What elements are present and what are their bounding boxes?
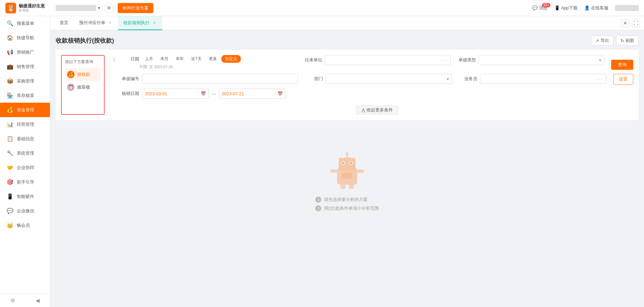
industry-btn[interactable]: 休闲行业方案 [118, 3, 153, 13]
collapse-more-row: ⋀ 收起更多条件 [121, 105, 633, 115]
sidebar-item-enterprise-wechat[interactable]: 💬 企业微信 [0, 204, 50, 218]
sidebar-item-inventory[interactable]: 🏪 库存核算 [0, 88, 50, 103]
settings-btn[interactable]: 设置 [613, 74, 633, 85]
app-download-btn[interactable]: 📱 App下载 [554, 5, 578, 11]
sidebar-item-basic-info[interactable]: 📋 基础信息 [0, 132, 50, 146]
sidebar-label-operations: 经营管理 [17, 121, 34, 127]
tip-num-1: 1 [315, 197, 321, 203]
sidebar-item-marketing[interactable]: 📢 营销推广 [0, 45, 50, 59]
staff-label: 业务员 [459, 76, 477, 82]
verify-date-end-input[interactable]: 📅 [219, 89, 286, 99]
filter-option-by-payable[interactable]: ⏰ 按应收 [65, 81, 101, 94]
verify-date-start-input[interactable]: 📅 [142, 89, 209, 99]
sidebar-item-operations[interactable]: 📊 经营管理 [0, 117, 50, 132]
basic-info-icon: 📋 [7, 136, 13, 142]
sidebar-label-inventory: 库存核算 [17, 93, 34, 99]
filter-panel: 按以下方案查询 💰 按收款 ⏰ 按应收 《 [56, 50, 639, 120]
sidebar-label-quick-nav: 快捷导航 [17, 35, 34, 41]
calendar-icon-end[interactable]: 📅 [277, 91, 283, 96]
dept-field: 部门 ▾ [305, 74, 452, 84]
date-shortcut-7days[interactable]: 近7天 [188, 55, 205, 63]
collapse-more-btn[interactable]: ⋀ 收起更多条件 [356, 105, 398, 115]
logo-area: 🐰 畅捷通好生意 标准版 [5, 3, 56, 13]
collection-tab-close[interactable]: × [152, 20, 157, 25]
query-btn[interactable]: 查询 [611, 60, 633, 70]
page-actions: ↗ 导出 ↻ 刷新 [591, 36, 639, 46]
empty-tips: 1 请先选择要分析的方案 2 用[过滤]条件来缩小分析范围 [315, 197, 379, 211]
messages-badge: 99+ [542, 3, 550, 7]
svg-rect-11 [349, 184, 354, 189]
sidebar-item-quick-nav[interactable]: 🏠 快捷导航 [0, 31, 50, 45]
partner-label: 往来单位 [304, 57, 322, 63]
sidebar-item-sales[interactable]: 💼 销售管理 [0, 59, 50, 74]
date-shortcut-last-month[interactable]: 上月 [142, 55, 156, 63]
tab-home[interactable]: 首页 [54, 16, 74, 30]
verify-date-start-field[interactable] [145, 91, 199, 96]
chevron-up-icon: ⋀ [362, 108, 365, 113]
date-label: 日期 [121, 56, 139, 62]
partner-input[interactable]: ··· [325, 55, 451, 65]
online-service-btn[interactable]: 👤 在线客服 [584, 5, 608, 11]
app-logo-icon: 🐰 [5, 3, 16, 13]
collection-tab-label: 收款核销执行 [123, 20, 150, 26]
gear-button[interactable]: ⚙ [104, 3, 114, 13]
sidebar-item-guide[interactable]: 🎯 新手引导 [0, 175, 50, 189]
sidebar-label-member: 畅会员 [17, 222, 30, 228]
sidebar-item-enterprise-collab[interactable]: 🤝 企业协同 [0, 160, 50, 175]
header-right: 💬 消息 99+ 📱 App下载 👤 在线客服 [532, 5, 639, 11]
sidebar-label-search: 搜索菜单 [17, 20, 34, 27]
company-selector[interactable]: ▾ [56, 5, 100, 11]
empty-tip-1: 1 请先选择要分析的方案 [315, 197, 379, 203]
verify-date-end-field[interactable] [222, 91, 276, 96]
empty-illustration [327, 151, 367, 191]
staff-input[interactable]: ··· [480, 74, 606, 84]
filter-collapse-toggle[interactable]: 《 [109, 55, 117, 65]
calendar-icon-start[interactable]: 📅 [201, 91, 206, 96]
tab-collection[interactable]: 收款核销执行 × [118, 16, 162, 30]
prepay-tab-close[interactable]: × [107, 20, 113, 25]
header-middle: ▾ ⚙ 休闲行业方案 [56, 3, 532, 13]
sidebar-settings-btn[interactable]: ⚙ [10, 297, 15, 304]
sidebar-collapse-btn[interactable]: ◀ [36, 297, 40, 304]
bill-no-input[interactable] [142, 74, 298, 84]
tab-prepay[interactable]: 预付冲应付单 × [74, 16, 118, 30]
date-shortcut-more[interactable]: 更多 [206, 55, 220, 63]
sidebar-label-enterprise-collab: 企业协同 [17, 165, 34, 171]
by-payable-label: 按应收 [77, 84, 90, 90]
messages-btn[interactable]: 💬 消息 99+ [532, 5, 548, 11]
filter-row-2: 单据编号 部门 ▾ 业务员 [121, 74, 633, 85]
finance-icon: 💰 [7, 107, 13, 113]
empty-tip-2: 2 用[过滤]条件来缩小分析范围 [315, 205, 379, 211]
sidebar-item-system[interactable]: 🔧 系统管理 [0, 146, 50, 160]
tab-bar: 首页 预付冲应付单 × 收款核销执行 × ✕ ⛶ [50, 16, 644, 30]
purchase-icon: 📦 [7, 78, 13, 84]
export-btn[interactable]: ↗ 导出 [591, 36, 613, 46]
close-tab-btn[interactable]: ✕ [621, 19, 629, 27]
dept-select[interactable]: ▾ [326, 74, 452, 84]
partner-field: 往来单位 ··· [304, 55, 451, 65]
sidebar-item-purchase[interactable]: 📦 采购管理 [0, 74, 50, 88]
sidebar-item-search[interactable]: 🔍 搜索菜单 [0, 16, 50, 31]
bill-type-select[interactable]: ▾ [479, 55, 604, 65]
sidebar-item-member[interactable]: 👑 畅会员 [0, 218, 50, 233]
bill-type-field: 单据类型 ▾ [458, 55, 604, 65]
sidebar-item-finance[interactable]: 💰 资金管理 [0, 103, 50, 117]
sidebar-label-guide: 新手引导 [17, 179, 34, 185]
tip-text-1: 请先选择要分析的方案 [324, 197, 368, 203]
date-shortcuts: 上月 本月 本年 近7天 更多 自定义 [142, 55, 241, 63]
prepay-tab-label: 预付冲应付单 [79, 20, 105, 26]
page-title-bar: 收款核销执行(按收款) ↗ 导出 ↻ 刷新 [56, 36, 639, 46]
verify-date-field: 核销日期 📅 — 📅 [121, 89, 633, 99]
date-shortcut-custom[interactable]: 自定义 [221, 55, 241, 63]
export-icon: ↗ [595, 38, 599, 43]
refresh-icon: ↻ [621, 38, 624, 43]
sidebar-label-basic-info: 基础信息 [17, 136, 34, 142]
filter-option-by-receipt[interactable]: 💰 按收款 [65, 68, 101, 81]
refresh-btn[interactable]: ↻ 刷新 [616, 36, 639, 46]
sidebar-item-smart-hardware[interactable]: 📱 智能硬件 [0, 189, 50, 204]
tip-num-2: 2 [315, 205, 321, 211]
date-shortcut-this-year[interactable]: 本年 [173, 55, 187, 63]
maximize-tab-btn[interactable]: ⛶ [632, 19, 640, 27]
svg-point-7 [346, 152, 348, 155]
date-shortcut-this-month[interactable]: 本月 [157, 55, 171, 63]
